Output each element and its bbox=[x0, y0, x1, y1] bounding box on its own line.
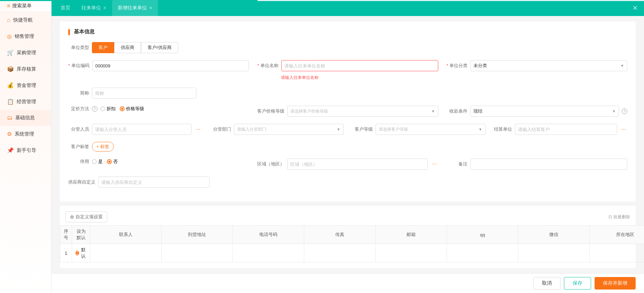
chevron-down-icon-5: ▼ bbox=[479, 127, 482, 131]
supplier-custom-row: 供应商自定义 bbox=[68, 177, 627, 188]
address-input[interactable] bbox=[165, 247, 229, 259]
region-input[interactable] bbox=[287, 158, 428, 170]
save-button[interactable]: 保存 bbox=[564, 277, 591, 290]
pricing-row: 定价方法 ? 折扣 价格等级 客户价格等级 bbox=[68, 106, 627, 117]
manager-more-icon[interactable]: ··· bbox=[194, 126, 202, 132]
system-icon: ⚙ bbox=[7, 131, 12, 137]
purchase-icon: 🛒 bbox=[7, 49, 14, 56]
sidebar-item-system[interactable]: ⚙ 系统管理 bbox=[0, 126, 51, 142]
email-input[interactable] bbox=[379, 247, 443, 259]
qq-input[interactable] bbox=[450, 247, 515, 259]
note-input[interactable] bbox=[470, 158, 627, 170]
supplier-custom-group: 供应商自定义 bbox=[68, 177, 627, 188]
unit-category-label: 单位分类 bbox=[447, 63, 468, 69]
chevron-down-icon-3: ▼ bbox=[612, 109, 616, 113]
region-cell-input[interactable] bbox=[593, 247, 644, 259]
add-tag-label: + 标签 bbox=[96, 144, 109, 150]
radio-discount-label: 折扣 bbox=[107, 106, 116, 112]
table-header-row: 序号 设为默认 联系人 到货地址 电话号码 传真 邮箱 qq 微信 所在地区 操… bbox=[60, 226, 644, 244]
batch-delete-button[interactable]: ⊡ 批量删除 bbox=[608, 214, 630, 220]
fax-input[interactable] bbox=[308, 247, 372, 259]
radio-discount-circle bbox=[100, 106, 105, 111]
section-title-text: 基本信息 bbox=[74, 29, 95, 35]
short-name-input[interactable] bbox=[92, 88, 196, 99]
manager-input[interactable] bbox=[92, 124, 191, 135]
search-icon: ≡ bbox=[7, 3, 10, 9]
unit-category-select[interactable]: 未分类 ▼ bbox=[470, 60, 627, 71]
radio-yes-label: 是 bbox=[98, 158, 103, 165]
cell-qq[interactable] bbox=[447, 244, 518, 262]
sidebar-item-inventory[interactable]: 📦 库存核算 bbox=[0, 61, 51, 77]
cell-region[interactable] bbox=[590, 244, 644, 262]
contacts-table: 序号 设为默认 联系人 到货地址 电话号码 传真 邮箱 qq 微信 所在地区 操… bbox=[60, 225, 644, 262]
payment-help-icon[interactable]: ? bbox=[622, 108, 627, 114]
payment-terms-select[interactable]: 现结 ▼ bbox=[470, 106, 619, 117]
inventory-icon: 📦 bbox=[7, 66, 14, 72]
basic-icon: 🗂 bbox=[7, 115, 13, 121]
sidebar-item-sales[interactable]: ◎ 销售管理 bbox=[0, 28, 51, 44]
unit-code-label: 单位编码 bbox=[68, 63, 89, 69]
unit-code-input[interactable] bbox=[92, 60, 249, 71]
customer-price-placeholder: 请选择客户价格等级 bbox=[290, 108, 328, 114]
disabled-radio-no[interactable]: 否 bbox=[107, 158, 118, 165]
tab-home[interactable]: 首页 bbox=[55, 0, 76, 16]
sidebar-item-finance[interactable]: 💰 资金管理 bbox=[0, 77, 51, 93]
note-group: 备注 bbox=[447, 158, 627, 170]
wechat-input[interactable] bbox=[522, 247, 586, 259]
dept-select[interactable]: 请输入分管部门 ▼ bbox=[234, 124, 344, 135]
sidebar-item-label: 采购管理 bbox=[17, 50, 36, 56]
phone-input[interactable] bbox=[236, 247, 300, 259]
cancel-button[interactable]: 取消 bbox=[533, 277, 560, 290]
unit-name-input[interactable] bbox=[281, 60, 438, 71]
default-radio[interactable]: 默认 bbox=[76, 247, 86, 259]
radio-price-level-circle bbox=[120, 106, 125, 111]
sidebar-item-label: 系统管理 bbox=[15, 131, 34, 137]
cell-contact[interactable] bbox=[90, 244, 162, 262]
cell-email[interactable] bbox=[376, 244, 447, 262]
tab-counterparty-close[interactable]: ✕ bbox=[103, 6, 107, 10]
contact-input[interactable] bbox=[94, 247, 158, 259]
settlement-more-icon[interactable]: ··· bbox=[620, 126, 627, 132]
radio-price-level-label: 价格等级 bbox=[126, 106, 144, 112]
type-btn-supplier[interactable]: 供应商 bbox=[114, 42, 141, 53]
tab-counterparty-label: 往来单位 bbox=[81, 5, 101, 11]
type-btn-both[interactable]: 客户/供应商 bbox=[141, 42, 178, 53]
pricing-radio-discount[interactable]: 折扣 bbox=[100, 106, 116, 112]
quick-nav-icon: ⌂ bbox=[7, 17, 10, 23]
sidebar-item-quick-nav[interactable]: ⌂ 快捷导航 bbox=[0, 12, 51, 28]
default-radio-circle bbox=[76, 251, 79, 255]
custom-settings-button[interactable]: ⚙ 自定义项设置 bbox=[65, 211, 107, 222]
sidebar-item-purchase[interactable]: 🛒 采购管理 bbox=[0, 44, 51, 61]
pricing-radio-price-level[interactable]: 价格等级 bbox=[120, 106, 144, 112]
save-add-button[interactable]: 保存并新增 bbox=[595, 277, 636, 290]
sidebar-item-label: 经营管理 bbox=[17, 99, 36, 105]
disabled-radio-yes[interactable]: 是 bbox=[92, 158, 103, 165]
unit-name-label: 单位名称 bbox=[257, 63, 278, 69]
col-wechat: 微信 bbox=[518, 226, 590, 244]
settlement-input[interactable] bbox=[515, 124, 617, 135]
type-btn-customer[interactable]: 客户 bbox=[92, 42, 114, 53]
sidebar-search-label: 搜索菜单 bbox=[12, 3, 32, 9]
supplier-custom-input[interactable] bbox=[98, 177, 210, 188]
customer-level-select[interactable]: 请选择客户等级 ▼ bbox=[376, 124, 486, 135]
add-tag-button[interactable]: + 标签 bbox=[92, 142, 114, 152]
chevron-down-icon-4: ▼ bbox=[337, 127, 340, 131]
cell-wechat[interactable] bbox=[518, 244, 590, 262]
region-more-icon[interactable]: ··· bbox=[431, 161, 438, 167]
content-area: ▌ 基本信息 单位类型 客户 供应商 客户/供应商 单位编码 bbox=[52, 16, 644, 273]
sidebar-item-guide[interactable]: 📌 新手引导 bbox=[0, 142, 51, 158]
tab-new-counterparty-close[interactable]: ✕ bbox=[149, 6, 152, 10]
tab-new-counterparty[interactable]: 新增往来单位 ✕ bbox=[112, 0, 158, 16]
sidebar-search-bar[interactable]: ≡ 搜索菜单 bbox=[0, 0, 51, 12]
customer-price-select[interactable]: 请选择客户价格等级 ▼ bbox=[287, 106, 438, 117]
sidebar-item-operations[interactable]: 📋 经营管理 bbox=[0, 93, 51, 110]
cell-address[interactable] bbox=[162, 244, 233, 262]
sidebar-item-basic[interactable]: 🗂 基础信息 bbox=[0, 110, 51, 126]
tab-counterparty[interactable]: 往来单位 ✕ bbox=[76, 0, 112, 16]
radio-no-label: 否 bbox=[113, 158, 118, 165]
pricing-help-icon[interactable]: ? bbox=[92, 106, 97, 112]
tab-bar-close-button[interactable]: ✕ bbox=[630, 4, 641, 12]
tag-label: 客户标签 bbox=[68, 144, 89, 150]
cell-fax[interactable] bbox=[304, 244, 376, 262]
cell-phone[interactable] bbox=[233, 244, 304, 262]
